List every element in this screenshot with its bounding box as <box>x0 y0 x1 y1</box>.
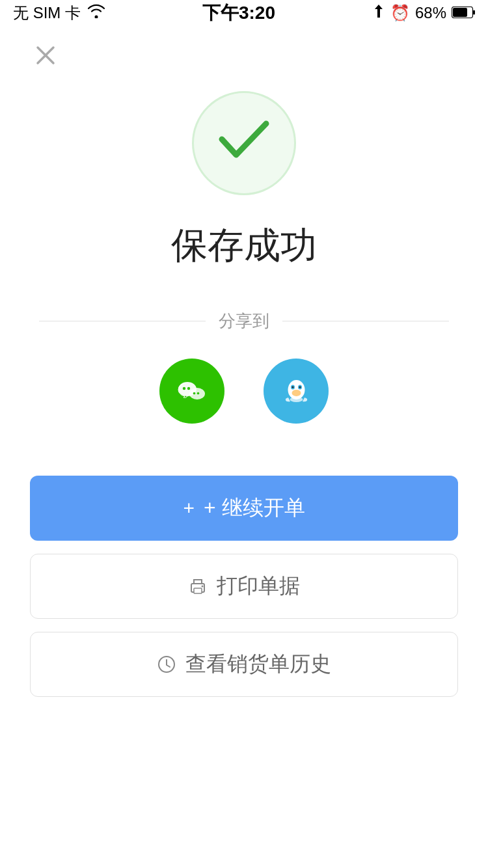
success-title: 保存成功 <box>171 221 317 271</box>
print-button[interactable]: 打印单据 <box>30 554 458 619</box>
svg-rect-19 <box>194 588 202 593</box>
divider-line-left <box>39 321 206 321</box>
svg-rect-2 <box>453 8 467 17</box>
share-divider: 分享到 <box>0 310 488 332</box>
share-label: 分享到 <box>206 310 282 332</box>
sim-status: 无 SIM 卡 <box>13 3 81 23</box>
svg-point-7 <box>187 387 189 389</box>
qq-share-button[interactable] <box>264 359 329 424</box>
action-buttons: + + 继续开单 打印单据 查看销货单 <box>0 476 488 697</box>
battery-icon <box>452 4 475 22</box>
continue-label: + 继续开单 <box>204 494 305 522</box>
svg-point-6 <box>182 387 185 389</box>
status-time: 下午3:20 <box>202 1 275 25</box>
svg-point-17 <box>290 397 303 402</box>
status-right: ⏰ 68% <box>372 4 475 22</box>
divider-line-right <box>282 321 449 321</box>
svg-point-15 <box>299 386 301 388</box>
battery-percent: 68% <box>415 4 446 22</box>
clock-icon <box>157 655 176 674</box>
wechat-share-button[interactable] <box>159 359 224 424</box>
status-bar: 无 SIM 卡 下午3:20 ⏰ 68% <box>0 0 488 26</box>
svg-point-10 <box>197 392 199 394</box>
svg-rect-1 <box>473 10 475 15</box>
alarm-icon: ⏰ <box>390 4 410 22</box>
close-button[interactable] <box>26 36 65 75</box>
history-label: 查看销货单历史 <box>185 650 331 679</box>
print-label: 打印单据 <box>217 572 300 601</box>
svg-point-14 <box>291 386 293 388</box>
success-icon-container <box>192 91 296 195</box>
svg-point-16 <box>291 390 301 396</box>
continue-button[interactable]: + + 继续开单 <box>30 476 458 541</box>
checkmark-icon <box>218 117 270 169</box>
printer-icon <box>188 576 208 596</box>
plus-icon: + <box>183 497 195 519</box>
svg-point-20 <box>202 586 204 588</box>
wifi-icon <box>87 4 105 22</box>
svg-point-9 <box>193 392 195 394</box>
share-icons-row <box>159 359 329 424</box>
main-content: 保存成功 分享到 <box>0 26 488 697</box>
status-left: 无 SIM 卡 <box>13 3 105 23</box>
history-button[interactable]: 查看销货单历史 <box>30 632 458 697</box>
location-icon <box>372 4 385 22</box>
